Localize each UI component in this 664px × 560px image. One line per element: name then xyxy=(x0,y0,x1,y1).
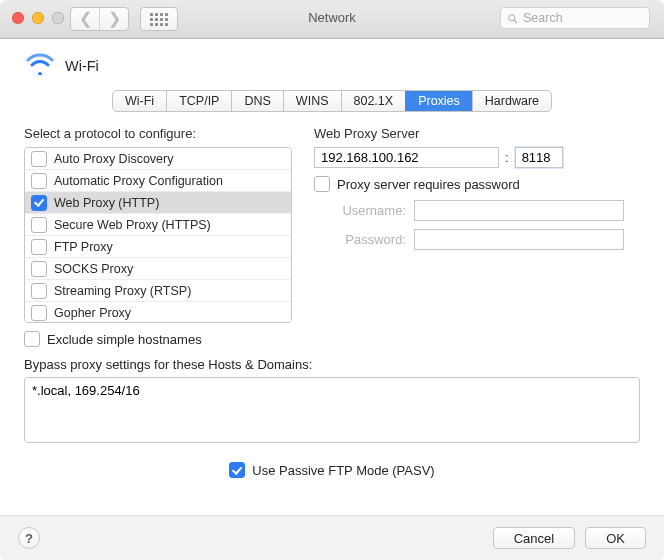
protocol-row[interactable]: Automatic Proxy Configuration xyxy=(25,170,291,192)
passive-ftp-checkbox[interactable] xyxy=(229,462,245,478)
username-label: Username: xyxy=(314,203,406,218)
protocol-row[interactable]: FTP Proxy xyxy=(25,236,291,258)
ok-button[interactable]: OK xyxy=(585,527,646,549)
protocol-checkbox[interactable] xyxy=(31,239,47,255)
protocol-checkbox[interactable] xyxy=(31,173,47,189)
service-header: Wi-Fi xyxy=(26,53,640,78)
protocol-label: SOCKS Proxy xyxy=(54,262,133,276)
cancel-button[interactable]: Cancel xyxy=(493,527,575,549)
tab-bar: Wi-FiTCP/IPDNSWINS802.1XProxiesHardware xyxy=(112,90,552,112)
toolbar: ❮ ❯ Network Search xyxy=(0,0,664,39)
protocol-checkbox[interactable] xyxy=(31,217,47,233)
protocol-row[interactable]: Gopher Proxy xyxy=(25,302,291,323)
protocol-label: Auto Proxy Discovery xyxy=(54,152,173,166)
proxy-port-input[interactable] xyxy=(515,147,563,168)
password-input xyxy=(414,229,624,250)
protocol-row[interactable]: Streaming Proxy (RTSP) xyxy=(25,280,291,302)
protocol-label: Gopher Proxy xyxy=(54,306,131,320)
password-label: Password: xyxy=(314,232,406,247)
username-input xyxy=(414,200,624,221)
proxy-host-input[interactable] xyxy=(314,147,499,168)
requires-password-checkbox[interactable] xyxy=(314,176,330,192)
protocol-row[interactable]: Web Proxy (HTTP) xyxy=(25,192,291,214)
passive-ftp-row[interactable]: Use Passive FTP Mode (PASV) xyxy=(24,462,640,478)
protocol-checkbox[interactable] xyxy=(31,283,47,299)
bypass-heading: Bypass proxy settings for these Hosts & … xyxy=(24,357,640,372)
host-port-separator: : xyxy=(505,150,509,165)
protocol-checkbox[interactable] xyxy=(31,261,47,277)
proxy-server-heading: Web Proxy Server xyxy=(314,126,640,141)
exclude-simple-hostnames-label: Exclude simple hostnames xyxy=(47,332,202,347)
passive-ftp-label: Use Passive FTP Mode (PASV) xyxy=(252,463,434,478)
protocol-list[interactable]: Auto Proxy DiscoveryAutomatic Proxy Conf… xyxy=(24,147,292,323)
exclude-simple-hostnames-row[interactable]: Exclude simple hostnames xyxy=(24,331,292,347)
protocol-label: Automatic Proxy Configuration xyxy=(54,174,223,188)
protocol-label: Secure Web Proxy (HTTPS) xyxy=(54,218,211,232)
bypass-textarea[interactable] xyxy=(24,377,640,443)
protocol-label: Streaming Proxy (RTSP) xyxy=(54,284,191,298)
svg-line-1 xyxy=(514,20,516,22)
wifi-icon xyxy=(26,53,54,78)
protocol-checkbox[interactable] xyxy=(31,195,47,211)
protocol-checkbox[interactable] xyxy=(31,151,47,167)
search-icon xyxy=(507,13,518,24)
service-name: Wi-Fi xyxy=(65,58,99,74)
protocol-row[interactable]: SOCKS Proxy xyxy=(25,258,291,280)
requires-password-label: Proxy server requires password xyxy=(337,177,520,192)
protocol-checkbox[interactable] xyxy=(31,305,47,321)
protocol-row[interactable]: Auto Proxy Discovery xyxy=(25,148,291,170)
tab-tcp-ip[interactable]: TCP/IP xyxy=(166,91,231,111)
protocol-heading: Select a protocol to configure: xyxy=(24,126,292,141)
help-button[interactable]: ? xyxy=(18,527,40,549)
search-placeholder: Search xyxy=(523,11,563,25)
requires-password-row[interactable]: Proxy server requires password xyxy=(314,176,640,192)
tab-hardware[interactable]: Hardware xyxy=(472,91,551,111)
footer: ? Cancel OK xyxy=(0,515,664,560)
tab-wins[interactable]: WINS xyxy=(283,91,341,111)
tab-dns[interactable]: DNS xyxy=(231,91,282,111)
help-icon: ? xyxy=(25,531,33,546)
protocol-label: Web Proxy (HTTP) xyxy=(54,196,159,210)
tab-proxies[interactable]: Proxies xyxy=(405,91,472,111)
search-field[interactable]: Search xyxy=(500,7,650,29)
tab-wi-fi[interactable]: Wi-Fi xyxy=(113,91,166,111)
protocol-row[interactable]: Secure Web Proxy (HTTPS) xyxy=(25,214,291,236)
protocol-label: FTP Proxy xyxy=(54,240,113,254)
exclude-simple-hostnames-checkbox[interactable] xyxy=(24,331,40,347)
tab-802-1x[interactable]: 802.1X xyxy=(341,91,406,111)
